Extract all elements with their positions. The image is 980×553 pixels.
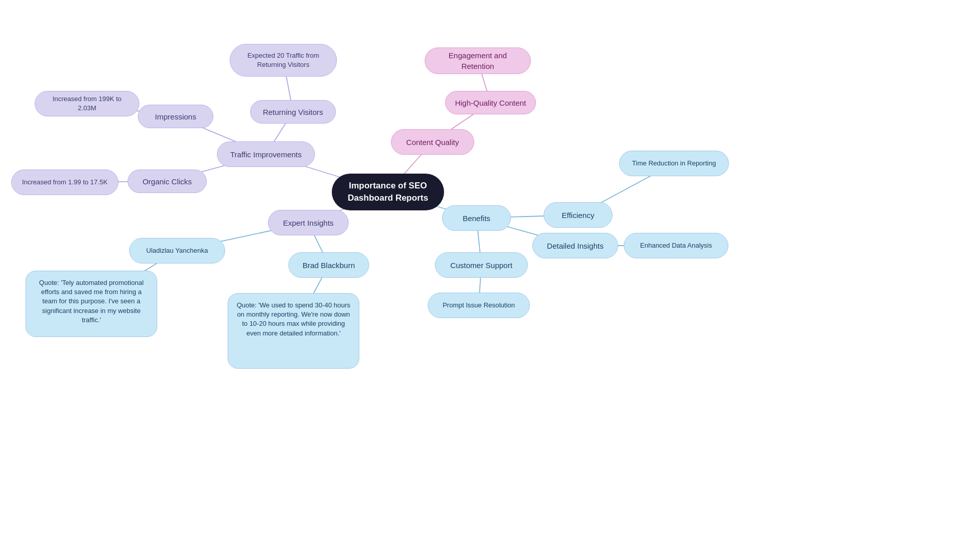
expected-node: Expected 20 Traffic from Returning Visit… xyxy=(230,44,337,77)
enhanced-label: Enhanced Data Analysis xyxy=(640,241,712,250)
expert-label: Expert Insights xyxy=(283,218,333,228)
brad-label: Brad Blackburn xyxy=(303,260,355,271)
engagement-label: Engagement and Retention xyxy=(434,50,521,71)
organic-node: Organic Clicks xyxy=(128,170,207,193)
enhanced-node: Enhanced Data Analysis xyxy=(624,233,728,258)
uladizlau-label: Uladizlau Yanchenka xyxy=(146,246,208,255)
hq-content-label: High-Quality Content xyxy=(455,98,526,108)
center-label: Importance of SEO Dashboard Reports xyxy=(341,180,435,204)
detailed-node: Detailed Insights xyxy=(532,233,618,258)
increased-impressions-node: Increased from 199K to 2.03M xyxy=(35,91,139,116)
brad-quote-label: Quote: 'We used to spend 30-40 hours on … xyxy=(236,301,351,338)
prompt-node: Prompt Issue Resolution xyxy=(428,293,530,318)
time-reduction-label: Time Reduction in Reporting xyxy=(632,159,716,168)
content-quality-node: Content Quality xyxy=(391,129,474,155)
increased-impressions-label: Increased from 199K to 2.03M xyxy=(44,94,130,113)
returning-label: Returning Visitors xyxy=(263,107,323,117)
increased-organic-node: Increased from 1.99 to 17.5K xyxy=(11,170,118,195)
customer-node: Customer Support xyxy=(435,252,528,278)
brad-quote-node: Quote: 'We used to spend 30-40 hours on … xyxy=(228,293,359,369)
hq-content-node: High-Quality Content xyxy=(445,91,536,114)
increased-organic-label: Increased from 1.99 to 17.5K xyxy=(22,178,108,187)
content-quality-label: Content Quality xyxy=(406,137,459,148)
efficiency-label: Efficiency xyxy=(562,210,595,221)
organic-label: Organic Clicks xyxy=(142,176,192,187)
prompt-label: Prompt Issue Resolution xyxy=(443,301,515,310)
detailed-label: Detailed Insights xyxy=(547,241,604,251)
expert-node: Expert Insights xyxy=(268,210,349,235)
expected-label: Expected 20 Traffic from Returning Visit… xyxy=(239,51,327,69)
benefits-node: Benefits xyxy=(442,205,511,231)
time-reduction-node: Time Reduction in Reporting xyxy=(619,151,729,176)
efficiency-node: Efficiency xyxy=(544,202,612,228)
engagement-node: Engagement and Retention xyxy=(425,47,531,74)
traffic-node: Traffic Improvements xyxy=(217,141,315,167)
returning-node: Returning Visitors xyxy=(250,100,336,124)
impressions-label: Impressions xyxy=(155,111,197,122)
benefits-label: Benefits xyxy=(462,213,490,224)
brad-node: Brad Blackburn xyxy=(288,252,369,278)
customer-label: Customer Support xyxy=(450,260,512,271)
impressions-node: Impressions xyxy=(138,105,213,128)
uladizlau-node: Uladizlau Yanchenka xyxy=(129,238,225,263)
center-node: Importance of SEO Dashboard Reports xyxy=(332,174,444,210)
uladizlau-quote-node: Quote: 'Tely automated promotional effor… xyxy=(26,271,157,337)
uladizlau-quote-label: Quote: 'Tely automated promotional effor… xyxy=(34,278,149,325)
traffic-label: Traffic Improvements xyxy=(230,149,302,160)
